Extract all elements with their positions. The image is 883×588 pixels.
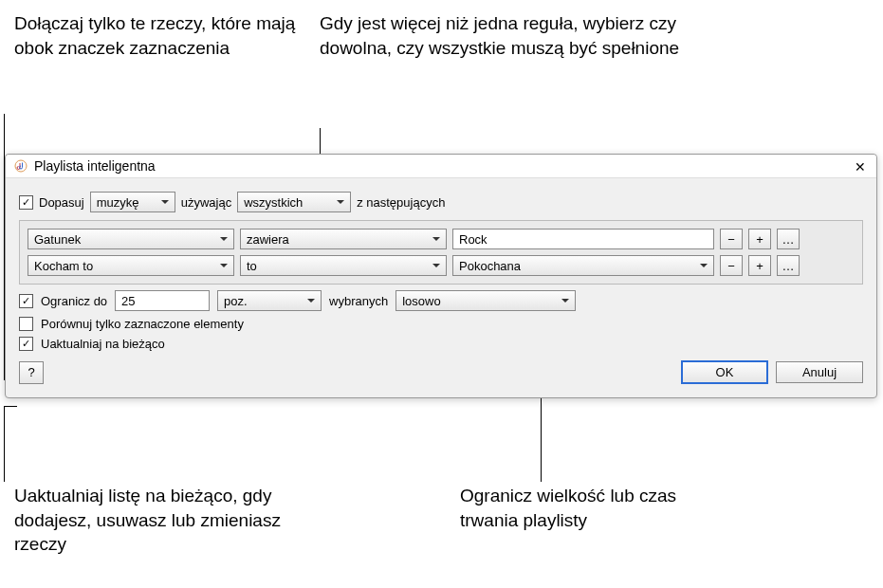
annotation-match-mode: Gdy jest więcej niż jedna reguła, wybier… bbox=[320, 11, 680, 60]
leader-line bbox=[4, 406, 5, 482]
limit-unit-select[interactable]: poz. bbox=[217, 290, 322, 311]
media-type-select[interactable]: muzykę bbox=[90, 192, 175, 212]
rule-value-select[interactable]: Pokochana bbox=[452, 255, 714, 276]
dialog-content: Dopasuj muzykę używając wszystkich z nas… bbox=[6, 178, 876, 397]
rule-value-input[interactable]: Rock bbox=[452, 229, 714, 249]
annotation-limit: Ogranicz wielkość lub czas trwania playl… bbox=[460, 484, 716, 532]
ok-button[interactable]: OK bbox=[681, 360, 768, 384]
rule-attribute-select[interactable]: Gatunek bbox=[28, 229, 234, 249]
live-update-row: Uaktualniaj na bieżąco bbox=[19, 337, 863, 351]
annotation-only-checked: Dołączaj tylko te rzeczy, które mają obo… bbox=[14, 11, 299, 60]
only-checked-row: Porównuj tylko zaznaczone elementy bbox=[19, 317, 863, 331]
add-rule-button[interactable]: + bbox=[748, 255, 771, 276]
close-button[interactable]: ✕ bbox=[852, 158, 869, 175]
leader-line bbox=[4, 406, 17, 407]
annotation-live-update: Uaktualniaj listę na bieżąco, gdy dodaje… bbox=[14, 484, 318, 557]
titlebar: Playlista inteligentna ✕ bbox=[6, 155, 876, 178]
dialog-footer: ? OK Anuluj bbox=[19, 360, 863, 384]
smart-playlist-dialog: Playlista inteligentna ✕ Dopasuj muzykę … bbox=[5, 154, 877, 398]
cancel-button[interactable]: Anuluj bbox=[776, 361, 863, 383]
app-icon bbox=[13, 158, 28, 174]
match-row: Dopasuj muzykę używając wszystkich z nas… bbox=[19, 192, 863, 212]
rule-operator-select[interactable]: zawiera bbox=[240, 229, 447, 249]
rule-row: Gatunek zawiera Rock − + … bbox=[28, 229, 855, 249]
limit-label: Ogranicz do bbox=[41, 294, 107, 308]
help-button[interactable]: ? bbox=[19, 361, 44, 384]
limit-checkbox[interactable] bbox=[19, 294, 33, 308]
using-label: używając bbox=[181, 195, 231, 210]
remove-rule-button[interactable]: − bbox=[720, 255, 743, 276]
remove-rule-button[interactable]: − bbox=[720, 229, 743, 249]
rule-attribute-select[interactable]: Kocham to bbox=[28, 255, 234, 276]
limit-value-input[interactable]: 25 bbox=[115, 290, 210, 311]
rule-operator-select[interactable]: to bbox=[240, 255, 447, 276]
only-checked-checkbox[interactable] bbox=[19, 317, 33, 331]
selected-label: wybranych bbox=[329, 294, 388, 308]
match-label: Dopasuj bbox=[39, 195, 84, 210]
match-checkbox[interactable] bbox=[19, 195, 33, 210]
match-mode-select[interactable]: wszystkich bbox=[237, 192, 351, 212]
rules-container: Gatunek zawiera Rock − + … Kocham to to … bbox=[19, 220, 863, 285]
limit-order-select[interactable]: losowo bbox=[396, 290, 576, 311]
live-update-label: Uaktualniaj na bieżąco bbox=[41, 337, 165, 351]
rule-row: Kocham to to Pokochana − + … bbox=[28, 255, 855, 276]
dialog-title: Playlista inteligentna bbox=[34, 158, 156, 174]
limit-row: Ogranicz do 25 poz. wybranych losowo bbox=[19, 290, 863, 311]
live-update-checkbox[interactable] bbox=[19, 337, 33, 351]
rule-more-button[interactable]: … bbox=[777, 255, 800, 276]
add-rule-button[interactable]: + bbox=[748, 229, 771, 249]
rule-more-button[interactable]: … bbox=[777, 229, 800, 249]
following-label: z następujących bbox=[357, 195, 445, 210]
only-checked-label: Porównuj tylko zaznaczone elementy bbox=[41, 317, 244, 331]
